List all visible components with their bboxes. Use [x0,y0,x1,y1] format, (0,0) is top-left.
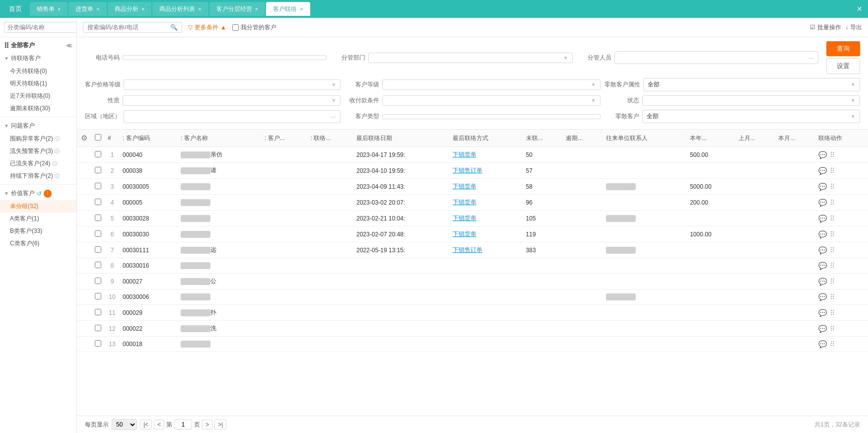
sidebar-item-7days-pending[interactable]: 近7天待联络(0) [0,90,76,102]
close-window-button[interactable]: × [853,4,866,14]
row-checkbox-cell[interactable] [91,147,105,163]
message-icon[interactable]: 💬 [818,151,827,159]
row-checkbox[interactable] [95,340,101,347]
sidebar-item-overdue[interactable]: 逾期未联络(30) [0,102,76,115]
sidebar-search-input[interactable] [4,22,77,33]
row-checkbox[interactable] [95,183,101,189]
contact-method-link[interactable]: 下销货单 [453,183,476,190]
contact-method-link[interactable]: 下销货单 [453,230,476,237]
retail-attr-select[interactable]: 全部 ▼ [643,78,860,91]
close-icon[interactable]: × [300,6,303,12]
group-value-customers[interactable]: ▼ 价值客户 ↺ ! [0,187,76,200]
message-icon[interactable]: 💬 [818,246,827,254]
tab-product-analysis-list[interactable]: 商品分析列表 × [152,2,208,16]
row-last-contact-method[interactable]: 下销货单 [450,147,523,163]
th-this-month[interactable]: 本月... [775,130,815,147]
row-last-contact-method[interactable] [450,289,523,305]
row-checkbox-cell[interactable] [91,242,105,258]
message-icon[interactable]: 💬 [818,262,827,270]
th-last-contact-date[interactable]: 最后联络日期 [353,130,450,147]
message-icon[interactable]: 💬 [818,183,827,191]
page-size-select[interactable]: 50 100 200 [112,419,137,430]
row-last-contact-method[interactable]: 下销货单 [450,226,523,242]
row-checkbox-cell[interactable] [91,226,105,242]
grid-action-icon[interactable]: ⠿ [830,293,835,301]
grid-action-icon[interactable]: ⠿ [830,183,835,191]
batch-ops-button[interactable]: ☑ 批量操作 [810,23,841,32]
sidebar-item-lost[interactable]: 已流失客户(24) ⓘ [0,157,76,170]
grid-action-icon[interactable]: ⠿ [830,278,835,286]
tab-customer-contact[interactable]: 客户联络 × [266,2,310,16]
filter-search-box[interactable]: 🔍 [83,22,182,33]
contact-method-link[interactable]: 下销售订单 [453,246,482,253]
reset-button[interactable]: 设置 [826,58,860,74]
row-checkbox-cell[interactable] [91,289,105,305]
phone-input[interactable] [123,55,327,60]
tab-product-analysis[interactable]: 商品分析 × [108,2,151,16]
message-icon[interactable]: 💬 [818,278,827,286]
sidebar-item-loss-warning[interactable]: 流失预警客户(3) ⓘ [0,145,76,157]
tab-purchase[interactable]: 进货单 × [68,2,106,16]
tab-sales[interactable]: 销售单 × [30,2,67,16]
row-checkbox[interactable] [95,309,101,315]
th-overdue[interactable]: 逾期... [563,130,603,147]
row-checkbox[interactable] [95,167,101,173]
message-icon[interactable]: 💬 [818,293,827,301]
row-last-contact-method[interactable] [450,305,523,321]
grid-action-icon[interactable]: ⠿ [830,151,835,159]
th-last-month[interactable]: 上月... [735,130,776,147]
th-not-contacted[interactable]: 未联... [523,130,563,147]
th-checkbox[interactable] [91,130,105,147]
group-pending-contact[interactable]: ▼ 待联络客户 [0,52,76,65]
retail-customer-select[interactable]: 全部 ▼ [642,110,860,123]
row-last-contact-method[interactable]: 下销货单 [450,195,523,211]
export-button[interactable]: ↓ 导出 [845,23,862,32]
tab-customer-tiering[interactable]: 客户分层经营 × [209,2,265,16]
message-icon[interactable]: 💬 [818,309,827,317]
next-page-button[interactable]: > [202,420,212,430]
close-icon[interactable]: × [58,6,61,12]
refresh-icon[interactable]: ↺ [37,190,42,197]
contact-method-link[interactable]: 下销货单 [453,199,476,206]
sidebar-item-abnormal[interactable]: 囤购异常客户(2) ⓘ [0,133,76,145]
prev-page-button[interactable]: < [154,420,164,430]
th-code[interactable]: : 客户编码 [120,130,178,147]
row-last-contact-method[interactable] [450,321,523,337]
row-checkbox-cell[interactable] [91,321,105,337]
row-checkbox-cell[interactable] [91,337,105,352]
customer-type-select[interactable] [382,114,600,119]
row-last-contact-method[interactable] [450,337,523,352]
row-checkbox-cell[interactable] [91,179,105,195]
grid-action-icon[interactable]: ⠿ [830,215,835,222]
row-checkbox[interactable] [95,246,101,253]
row-checkbox[interactable] [95,278,101,284]
row-last-contact-method[interactable]: 下销货单 [450,211,523,226]
row-checkbox-cell[interactable] [91,258,105,274]
sidebar-item-unassigned[interactable]: 未分组(32) [0,200,76,213]
th-name[interactable]: : 客户名称 [178,130,262,147]
row-checkbox[interactable] [95,325,101,331]
row-last-contact-method[interactable]: 下销售订单 [450,163,523,179]
grid-action-icon[interactable]: ⠿ [830,246,835,254]
row-last-contact-method[interactable] [450,258,523,274]
th-this-year[interactable]: 本年... [687,130,735,147]
group-problem-customers[interactable]: ▼ 问题客户 [0,119,76,133]
dept-select[interactable]: ▼ [368,53,572,63]
row-last-contact-method[interactable] [450,274,523,289]
close-icon[interactable]: × [198,6,201,12]
close-icon[interactable]: × [96,6,99,12]
grid-action-icon[interactable]: ⠿ [830,340,835,348]
filter-my-customers[interactable]: 我分管的客户 [232,23,276,32]
row-checkbox-cell[interactable] [91,211,105,226]
customer-level-select[interactable]: ▼ [382,79,600,90]
message-icon[interactable]: 💬 [818,199,827,207]
row-checkbox[interactable] [95,230,101,237]
select-all-checkbox[interactable] [95,134,101,141]
th-col3[interactable]: : 客户... [262,130,308,147]
sidebar-item-b-class[interactable]: B类客户(33) [0,225,76,237]
th-gear[interactable]: ⚙ [77,130,91,147]
row-checkbox-cell[interactable] [91,195,105,211]
row-last-contact-method[interactable]: 下销售订单 [450,242,523,258]
tab-home[interactable]: 首页 [2,2,29,16]
all-customers-title[interactable]: ⠿ 全部客户 ≪ [0,37,76,52]
